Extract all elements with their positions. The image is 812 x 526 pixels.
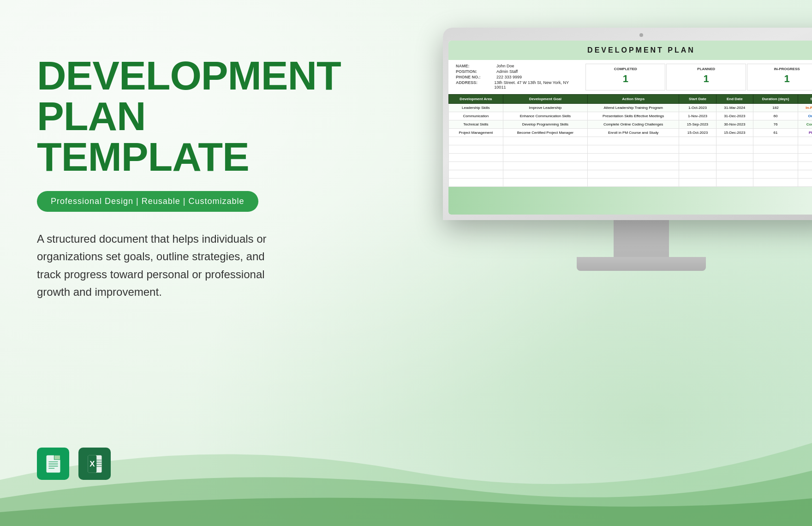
cell-area: Communication: [449, 112, 503, 120]
cell-start: 1-Nov-2023: [679, 112, 716, 120]
svg-rect-6: [48, 467, 54, 468]
sheet-info-row: NAME: John Doe POSITION: Admin Staff PHO…: [448, 60, 812, 94]
col-end: End Date: [716, 95, 753, 104]
cell-action: Complete Online Coding Challenges: [588, 120, 679, 129]
table-row: Communication Enhance Communication Skil…: [449, 112, 812, 120]
sheets-svg: [43, 454, 64, 474]
development-table: Development Area Development Goal Action…: [448, 94, 812, 187]
svg-rect-13: [96, 466, 102, 467]
left-panel: DEVELOPMENT PLAN TEMPLATE Professional D…: [37, 55, 295, 329]
cell-goal: Improve Leadership: [503, 104, 587, 112]
table-header-row: Development Area Development Goal Action…: [449, 95, 812, 104]
monitor-outer: DEVELOPMENT PLAN NAME: John Doe POSITION…: [443, 28, 812, 220]
phone-row: PHONE NO.: 222 333 9999: [456, 75, 576, 79]
cell-duration: 182: [753, 104, 798, 112]
badge-row: Professional Design | Reusable | Customi…: [37, 191, 295, 212]
table-row: Leadership Skills Improve Leadership Att…: [449, 104, 812, 112]
cell-goal: Enhance Communication Skills: [503, 112, 587, 120]
empty-row: [449, 170, 812, 179]
stat-inprogress: IN-PROGRESS 1: [747, 64, 812, 90]
title-line1: DEVELOPMENT: [37, 55, 295, 96]
cell-duration: 76: [753, 120, 798, 129]
cell-status: In-Progress: [798, 104, 812, 112]
col-status: Status: [798, 95, 812, 104]
cell-end: 31-Mar-2024: [716, 104, 753, 112]
svg-rect-10: [96, 460, 102, 460]
svg-rect-12: [96, 464, 102, 465]
title-line2: PLAN TEMPLATE: [37, 96, 295, 177]
monitor-stand-base: [577, 257, 706, 271]
google-sheets-icon[interactable]: [37, 448, 69, 480]
cell-duration: 60: [753, 112, 798, 120]
cell-action: Enroll in PM Course and Study: [588, 129, 679, 137]
empty-row: [449, 137, 812, 145]
cell-action: Presentation Skills Effective Meetings: [588, 112, 679, 120]
position-row: POSITION: Admin Staff: [456, 69, 576, 74]
cell-area: Technical Skills: [449, 120, 503, 129]
stat-completed: COMPLETED 1: [585, 64, 665, 90]
excel-icon[interactable]: X: [78, 448, 111, 480]
cell-status: Planned: [798, 129, 812, 137]
feature-badge: Professional Design | Reusable | Customi…: [37, 191, 258, 212]
wave-decoration: [0, 388, 812, 526]
table-row: Technical Skills Develop Programming Ski…: [449, 120, 812, 129]
spreadsheet: DEVELOPMENT PLAN NAME: John Doe POSITION…: [448, 41, 812, 215]
empty-row: [449, 154, 812, 162]
cell-start: 15-Sep-2023: [679, 120, 716, 129]
cell-end: 30-Nov-2023: [716, 120, 753, 129]
col-action: Action Steps: [588, 95, 679, 104]
cell-start: 15-Oct-2023: [679, 129, 716, 137]
excel-svg: X: [84, 454, 105, 474]
description-text: A structured document that helps individ…: [37, 230, 268, 301]
cell-area: Project Management: [449, 129, 503, 137]
cell-goal: Become Certified Project Manager: [503, 129, 587, 137]
svg-rect-3: [48, 461, 58, 462]
cell-start: 1-Oct-2023: [679, 104, 716, 112]
monitor-mockup: DEVELOPMENT PLAN NAME: John Doe POSITION…: [443, 28, 812, 271]
cell-duration: 61: [753, 129, 798, 137]
svg-rect-11: [96, 461, 102, 462]
sheet-footer: [448, 187, 812, 215]
cell-area: Leadership Skills: [449, 104, 503, 112]
table-row: Project Management Become Certified Proj…: [449, 129, 812, 137]
col-start: Start Date: [679, 95, 716, 104]
name-row: NAME: John Doe: [456, 64, 576, 68]
person-info: NAME: John Doe POSITION: Admin Staff PHO…: [456, 64, 576, 90]
col-goal: Development Goal: [503, 95, 587, 104]
cell-status: Completed: [798, 120, 812, 129]
empty-row: [449, 145, 812, 154]
app-icons: X: [37, 448, 111, 480]
monitor-stand-neck: [614, 220, 669, 257]
monitor-dot: [639, 33, 643, 37]
cell-goal: Develop Programming Skills: [503, 120, 587, 129]
empty-row: [449, 179, 812, 187]
sheet-title: DEVELOPMENT PLAN: [448, 41, 812, 60]
cell-end: 31-Dec-2023: [716, 112, 753, 120]
svg-rect-1: [54, 455, 60, 459]
cell-end: 15-Dec-2023: [716, 129, 753, 137]
cell-action: Attend Leadership Training Program: [588, 104, 679, 112]
main-title: DEVELOPMENT PLAN TEMPLATE: [37, 55, 295, 177]
cell-status: On Track: [798, 112, 812, 120]
svg-text:X: X: [90, 460, 95, 468]
address-row: ADDRESS: 13th Street. 47 W 13th St, New …: [456, 80, 576, 90]
monitor-screen: DEVELOPMENT PLAN NAME: John Doe POSITION…: [448, 41, 812, 215]
empty-row: [449, 162, 812, 170]
col-area: Development Area: [449, 95, 503, 104]
svg-rect-5: [48, 466, 58, 466]
table-body: Leadership Skills Improve Leadership Att…: [449, 104, 812, 187]
stats-row: COMPLETED 1 PLANNED 1 IN-PROGRESS 1: [585, 64, 812, 90]
col-duration: Duration (days): [753, 95, 798, 104]
svg-rect-4: [48, 463, 58, 464]
stat-planned: PLANNED 1: [666, 64, 746, 90]
